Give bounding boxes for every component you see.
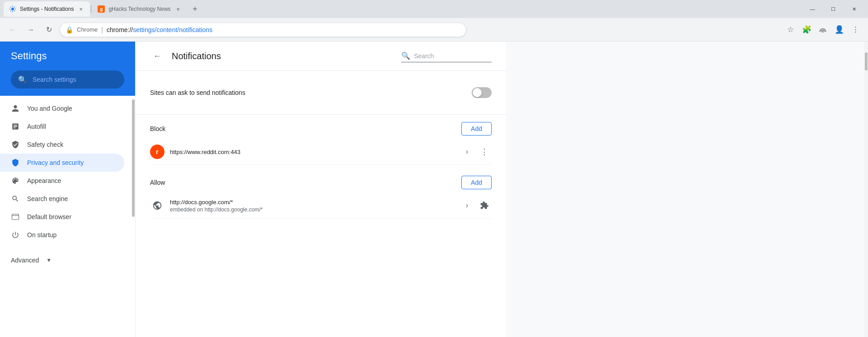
extension-icon[interactable]: 🧩 [799, 23, 814, 37]
toolbar-icons: ☆ 🧩 👤 ⋮ [783, 23, 863, 37]
page-title: Notifications [172, 51, 394, 61]
sidebar-item-search-engine[interactable]: Search engine [0, 190, 124, 208]
allow-header: Allow Add [150, 176, 492, 189]
chrome-menu-icon[interactable]: ⋮ [848, 23, 863, 37]
address-input-wrap[interactable]: 🔒 Chrome | chrome://settings/content/not… [60, 23, 466, 37]
default-browser-icon [11, 212, 20, 221]
settings-tab-close[interactable]: ✕ [77, 5, 84, 13]
page-search-input[interactable] [414, 52, 486, 60]
appearance-icon [11, 176, 20, 185]
tab-settings[interactable]: Settings - Notifications ✕ [4, 1, 90, 17]
ghacks-tab-favicon: g [98, 5, 105, 13]
sidebar-item-safety-check[interactable]: Safety check [0, 136, 124, 154]
maximize-button[interactable]: ☐ [823, 2, 844, 16]
tab-separator [91, 5, 91, 13]
svg-rect-1 [12, 214, 19, 220]
minimize-button[interactable]: — [802, 2, 823, 16]
bookmark-icon[interactable]: ☆ [783, 23, 798, 37]
sidebar-scroll-thumb[interactable] [132, 99, 135, 217]
sidebar-label-you-and-google: You and Google [27, 105, 72, 112]
address-url-path: settings/content/notifications [133, 26, 212, 33]
block-title: Block [150, 125, 165, 132]
sidebar-title: Settings [11, 50, 47, 62]
sidebar-label-appearance: Appearance [27, 177, 61, 184]
person-icon [11, 104, 20, 113]
reddit-chevron-icon[interactable]: › [466, 148, 468, 156]
right-scrollbar[interactable] [864, 42, 868, 337]
google-docs-embedded: embedded on http://docs.google.com/* [170, 206, 460, 213]
allow-add-button[interactable]: Add [461, 176, 492, 189]
sidebar-label-search-engine: Search engine [27, 195, 68, 202]
reddit-menu-icon[interactable]: ⋮ [477, 145, 492, 159]
allow-title: Allow [150, 179, 165, 186]
content-inner: ← Notifications 🔍 Sites can ask to send … [136, 42, 506, 337]
advanced-label: Advanced [11, 257, 39, 264]
sidebar-item-autofill[interactable]: Autofill [0, 117, 124, 136]
search-bar-wrap: 🔍 [0, 70, 135, 96]
block-section: Block Add r https://www.reddit.com:443 ›… [136, 115, 506, 168]
sidebar-label-safety-check: Safety check [27, 141, 63, 148]
google-docs-url: http://docs.google.com/* [170, 199, 460, 206]
sidebar-items-wrap: You and Google Autofill [0, 96, 131, 276]
reddit-site-url: https://www.reddit.com:443 [170, 149, 460, 155]
title-bar: Settings - Notifications ✕ g gHacks Tech… [0, 0, 868, 18]
sidebar-scrollbar[interactable] [131, 96, 135, 276]
on-startup-icon [11, 230, 20, 239]
page-search-bar[interactable]: 🔍 [401, 50, 492, 62]
sidebar-item-on-startup[interactable]: On startup [0, 226, 124, 244]
sidebar-label-default-browser: Default browser [27, 213, 71, 220]
back-nav-button[interactable]: ← [5, 23, 20, 37]
sidebar-bottom: Advanced ▼ [0, 248, 131, 276]
google-docs-site-info: http://docs.google.com/* embedded on htt… [170, 199, 460, 213]
search-engine-icon [11, 194, 20, 203]
google-docs-puzzle-icon[interactable] [477, 198, 492, 213]
toggle-section: Sites can ask to send notifications [136, 71, 506, 115]
reddit-favicon: r [150, 145, 164, 159]
media-router-icon[interactable] [816, 23, 830, 37]
toggle-row: Sites can ask to send notifications [150, 80, 492, 105]
sidebar-inner: You and Google Autofill [0, 96, 135, 276]
settings-tab-favicon [9, 5, 16, 13]
reddit-site-row: r https://www.reddit.com:443 › ⋮ [150, 139, 492, 165]
sidebar-nav: You and Google Autofill [0, 96, 131, 248]
autofill-icon [11, 122, 20, 131]
block-add-button[interactable]: Add [461, 122, 492, 136]
advanced-item[interactable]: Advanced ▼ [0, 251, 131, 269]
advanced-chevron-icon: ▼ [46, 257, 52, 263]
sidebar-label-autofill: Autofill [27, 123, 46, 130]
reddit-site-info: https://www.reddit.com:443 [170, 149, 460, 155]
back-button[interactable]: ← [150, 49, 164, 63]
ghacks-tab-close[interactable]: ✕ [174, 5, 182, 13]
allow-section: Allow Add http://docs.google.com/* embed… [136, 168, 506, 222]
google-docs-chevron-icon[interactable]: › [466, 201, 468, 210]
chrome-label: Chrome [77, 26, 98, 33]
search-settings-input[interactable] [33, 76, 117, 83]
sidebar-label-privacy: Privacy and security [27, 159, 84, 166]
sidebar-item-default-browser[interactable]: Default browser [0, 208, 124, 226]
address-separator: | [101, 26, 103, 33]
settings-tab-title: Settings - Notifications [20, 6, 74, 12]
sidebar-item-you-and-google[interactable]: You and Google [0, 99, 124, 117]
sidebar-item-appearance[interactable]: Appearance [0, 172, 124, 190]
new-tab-button[interactable]: + [189, 3, 202, 15]
globe-favicon [150, 198, 164, 213]
address-bar: ← → ↻ 🔒 Chrome | chrome://settings/conte… [0, 18, 868, 42]
close-button[interactable]: ✕ [844, 2, 864, 16]
forward-nav-button[interactable]: → [23, 23, 38, 37]
page-search-icon: 🔍 [401, 51, 410, 60]
search-bar[interactable]: 🔍 [11, 70, 124, 89]
reload-button[interactable]: ↻ [42, 23, 56, 37]
block-header: Block Add [150, 122, 492, 136]
privacy-icon [11, 158, 20, 167]
sidebar-label-on-startup: On startup [27, 231, 56, 239]
svg-point-0 [11, 8, 14, 10]
safety-check-icon [11, 140, 20, 149]
sidebar-header: Settings [0, 42, 135, 70]
right-scroll-thumb[interactable] [865, 52, 868, 70]
lock-icon: 🔒 [66, 26, 73, 33]
tab-ghacks[interactable]: g gHacks Technology News ✕ [92, 1, 187, 17]
notifications-toggle[interactable] [472, 87, 492, 98]
profile-icon[interactable]: 👤 [832, 23, 846, 37]
google-docs-site-row: http://docs.google.com/* embedded on htt… [150, 193, 492, 219]
sidebar-item-privacy-and-security[interactable]: Privacy and security [0, 154, 124, 172]
